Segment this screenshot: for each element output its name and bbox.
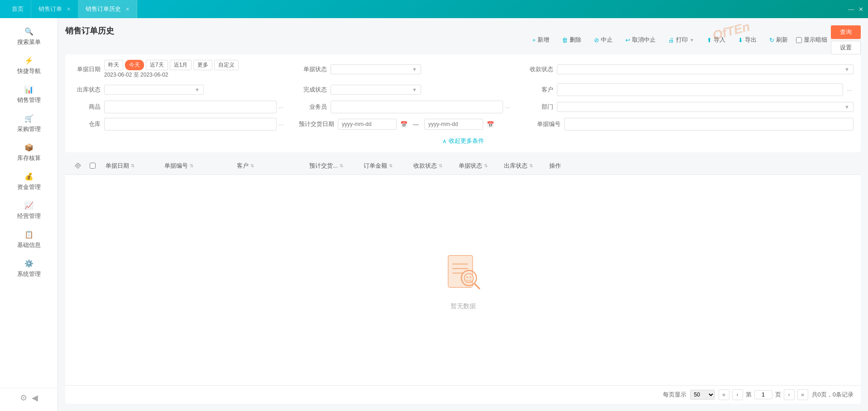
empty-illustration — [441, 250, 486, 295]
th-docnum[interactable]: 单据编号 ⇅ — [162, 158, 234, 174]
sidebar-item-inventory[interactable]: 📦 库存核算 — [0, 138, 58, 167]
delete-button[interactable]: 🗑 删除 — [557, 34, 586, 46]
delivery-date-from[interactable] — [338, 119, 397, 130]
import-button[interactable]: ⬆ 导入 — [702, 34, 730, 46]
pay-status-select[interactable]: ▼ — [557, 64, 854, 74]
next-page-btn[interactable]: › — [784, 389, 795, 400]
th-amount[interactable]: 订单金额 ⇅ — [361, 158, 411, 174]
date-more[interactable]: 更多 — [193, 60, 212, 70]
sidebar-settings-icon[interactable]: ⚙ — [20, 393, 27, 403]
calendar-from-icon[interactable]: 📅 — [400, 121, 408, 128]
sidebar-item-sales[interactable]: 📊 销售管理 — [0, 80, 58, 109]
stop-icon: ⊘ — [594, 37, 599, 44]
docnum-label: 单据编号 — [532, 120, 564, 128]
stop-button[interactable]: ⊘ 中止 — [590, 34, 617, 46]
main-layout: 🔍 搜索菜单 ⚡ 快捷导航 📊 销售管理 🛒 采购管理 📦 库存核算 💰 资金管… — [0, 18, 868, 411]
th-payment-status[interactable]: 收款状态 ⇅ — [411, 158, 456, 174]
th-out-status[interactable]: 出库状态 ⇅ — [501, 158, 547, 174]
sidebar-item-operations[interactable]: 📈 经营管理 — [0, 196, 58, 225]
inventory-icon: 📦 — [24, 142, 34, 152]
toolbar: + 新增 🗑 删除 ⊘ 中止 ↩ 取消中止 🖨 打印 — [528, 25, 861, 54]
close-sales-order-tab[interactable]: ✕ — [67, 6, 71, 12]
th-delivery[interactable]: 预计交货... ⇅ — [307, 158, 361, 174]
th-doc-status[interactable]: 单据状态 ⇅ — [456, 158, 501, 174]
page-label: 页 — [775, 391, 781, 399]
sidebar-item-quicknav[interactable]: ⚡ 快捷导航 — [0, 51, 58, 80]
sidebar-collapse-icon[interactable]: ◀ — [32, 393, 38, 403]
window-minimize[interactable]: — — [848, 6, 854, 13]
th-customer[interactable]: 客户 ⇅ — [234, 158, 307, 174]
product-input[interactable] — [104, 101, 277, 113]
salesman-ellipsis[interactable]: ··· — [503, 104, 512, 111]
svg-point-5 — [464, 274, 473, 283]
department-select[interactable]: ▼ — [557, 102, 854, 112]
date-7days[interactable]: 近7天 — [146, 60, 168, 70]
warehouse-input[interactable] — [104, 118, 277, 131]
collapse-row[interactable]: ∧ 收起更多条件 — [72, 135, 854, 147]
query-button[interactable]: 查询 — [831, 25, 861, 39]
tab-sales-order[interactable]: 销售订单 ✕ — [31, 0, 78, 18]
cancel-stop-icon: ↩ — [625, 37, 630, 44]
tab-home[interactable]: 销售订单历史 首页 — [5, 0, 31, 18]
export-button[interactable]: ⬇ 导出 — [734, 34, 761, 46]
th-settings[interactable] — [69, 159, 87, 173]
page-size-select[interactable]: 50 10 20 100 — [690, 390, 715, 400]
customer-ellipsis[interactable]: ··· — [845, 87, 854, 93]
product-label: 商品 — [72, 103, 104, 111]
delivery-date-to[interactable] — [424, 119, 483, 130]
docnum-input[interactable] — [564, 118, 854, 131]
sort-amount-icon: ⇅ — [389, 163, 393, 168]
empty-state: 暂无数据 — [65, 175, 861, 385]
date-1month[interactable]: 近1月 — [170, 60, 192, 70]
doc-status-select[interactable]: ▼ — [331, 64, 421, 74]
sidebar-item-system[interactable]: ⚙️ 系统管理 — [0, 254, 58, 283]
salesman-label: 业务员 — [299, 103, 331, 111]
svg-line-6 — [475, 284, 480, 289]
tab-sales-history[interactable]: 销售订单历史 ✕ — [78, 0, 137, 18]
sidebar-label-system: 系统管理 — [17, 270, 41, 278]
out-status-select[interactable]: ▼ — [104, 85, 204, 95]
complete-status-select[interactable]: ▼ — [331, 85, 421, 95]
sidebar-label-finance: 资金管理 — [17, 183, 41, 191]
sidebar-item-purchase[interactable]: 🛒 采购管理 — [0, 109, 58, 138]
new-button[interactable]: + 新增 — [528, 34, 554, 46]
sidebar-item-basicinfo[interactable]: 📋 基础信息 — [0, 225, 58, 254]
product-ellipsis[interactable]: ··· — [277, 104, 285, 111]
product-control: ··· — [104, 101, 285, 113]
sidebar-item-search[interactable]: 🔍 搜索菜单 — [0, 22, 58, 51]
out-status-control: ▼ — [104, 85, 285, 95]
th-date[interactable]: 单据日期 ⇅ — [103, 158, 162, 174]
salesman-input[interactable] — [331, 101, 503, 113]
close-sales-history-tab[interactable]: ✕ — [125, 6, 129, 12]
chevron-up-icon: ∧ — [442, 138, 447, 145]
print-icon: 🖨 — [668, 37, 674, 44]
th-checkbox[interactable] — [87, 159, 103, 172]
customer-input[interactable] — [557, 83, 843, 96]
window-close[interactable]: ✕ — [858, 6, 863, 13]
top-bar: 销售订单历史 首页 销售订单 ✕ 销售订单历史 ✕ — ✕ — [0, 0, 868, 18]
date-custom[interactable]: 自定义 — [214, 60, 239, 70]
customer-label: 客户 — [525, 86, 557, 94]
sidebar-label-basicinfo: 基础信息 — [17, 241, 41, 249]
refresh-button[interactable]: ↻ 刷新 — [765, 34, 792, 46]
total-info: 共0页，0条记录 — [812, 391, 854, 399]
calendar-to-icon[interactable]: 📅 — [487, 121, 494, 128]
page-input[interactable] — [754, 390, 772, 399]
display-columns-checkbox[interactable] — [796, 37, 802, 43]
date-yesterday[interactable]: 昨天 — [104, 60, 123, 70]
select-all-checkbox[interactable] — [90, 163, 96, 169]
last-page-btn[interactable]: » — [797, 389, 808, 400]
date-today[interactable]: 今天 — [125, 60, 144, 70]
sort-customer-icon: ⇅ — [250, 163, 254, 168]
cancel-stop-button[interactable]: ↩ 取消中止 — [621, 34, 660, 46]
page-title: 销售订单历史 — [65, 25, 114, 36]
print-button[interactable]: 🖨 打印 ▼ — [664, 34, 699, 46]
filter-row-2: 出库状态 ▼ 完成状态 ▼ 客户 ··· — [72, 83, 854, 96]
operations-icon: 📈 — [24, 200, 34, 210]
settings-button[interactable]: 设置 — [831, 41, 861, 54]
warehouse-ellipsis[interactable]: ··· — [277, 121, 285, 128]
prev-page-btn[interactable]: ‹ — [732, 389, 743, 400]
display-columns-toggle[interactable]: 显示暗细 — [796, 36, 827, 44]
first-page-btn[interactable]: « — [719, 389, 729, 400]
sidebar-item-finance[interactable]: 💰 资金管理 — [0, 167, 58, 196]
